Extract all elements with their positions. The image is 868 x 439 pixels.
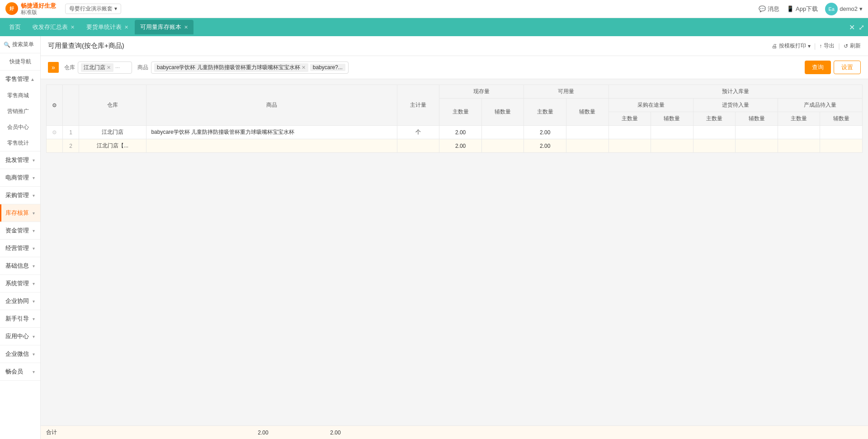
tab-close-available-inventory[interactable]: ✕ bbox=[184, 25, 188, 30]
tab-close-income-summary[interactable]: ✕ bbox=[71, 25, 75, 30]
sidebar-item-member[interactable]: 会员中心 bbox=[0, 119, 40, 135]
query-button[interactable]: 查询 bbox=[805, 61, 831, 74]
finance-expand-icon: ▾ bbox=[33, 228, 35, 233]
filter-expand-button[interactable]: » bbox=[48, 62, 59, 73]
sidebar-group-finance[interactable]: 资金管理 ▾ bbox=[0, 222, 40, 239]
sidebar-group-operation[interactable]: 经营管理 ▾ bbox=[0, 240, 40, 257]
settings-button[interactable]: 设置 bbox=[834, 61, 861, 74]
row1-available-main: 2.00 bbox=[524, 126, 566, 139]
tab-income-summary[interactable]: 收发存汇总表 ✕ bbox=[27, 20, 80, 34]
table-container: ⚙ 仓库 商品 主计量 现存量 可用量 预计入库量 主数量 辅数量 主数量 辅数… bbox=[41, 79, 868, 425]
main-layout: 🔍 搜索菜单 快捷导航 零售管理 ▲ 零售商城 营销推广 会员中心 零售统计 批… bbox=[0, 36, 868, 439]
sidebar-section-enterprise: 企业协同 ▾ bbox=[0, 293, 40, 310]
col-available-header: 可用量 bbox=[524, 85, 609, 99]
page-title: 可用量查询(按仓库+商品) bbox=[48, 42, 124, 50]
refresh-button[interactable]: ↺ 刷新 bbox=[844, 42, 861, 50]
warehouse-tag: 江北门店 ✕ bbox=[81, 63, 113, 72]
col-stock-aux: 辅数量 bbox=[481, 99, 524, 126]
row1-num: 1 bbox=[63, 126, 79, 139]
col-available-aux: 辅数量 bbox=[566, 99, 609, 126]
sidebar-group-basic[interactable]: 基础信息 ▾ bbox=[0, 257, 40, 274]
page-header: 可用量查询(按仓库+商品) 🖨 按模板打印 ▾ | ↑ 导出 | ↺ 刷新 bbox=[41, 36, 868, 56]
col-available-main: 主数量 bbox=[524, 99, 566, 126]
changhui-expand-icon: ▾ bbox=[33, 369, 35, 374]
search-icon: 🔍 bbox=[4, 42, 10, 48]
purchase-expand-icon: ▾ bbox=[33, 193, 35, 198]
product-filter-input[interactable]: babycare学饮杯 儿童防摔防撞吸管杯重力球吸嘴杯宝宝水杯 ✕ babyca… bbox=[151, 61, 349, 74]
col-purchase-transit-header: 采购在途量 bbox=[609, 99, 693, 112]
row1-gear[interactable]: ⚙ bbox=[47, 126, 63, 139]
row2-prod-aux bbox=[820, 139, 863, 153]
sidebar-group-wework[interactable]: 企业微信 ▾ bbox=[0, 345, 40, 363]
app-download-button[interactable]: 📱 App下载 bbox=[787, 5, 818, 13]
col-gear: ⚙ bbox=[47, 85, 63, 126]
table-footer: 合计 2.00 2.00 bbox=[41, 425, 868, 439]
sidebar-group-inventory[interactable]: 库存核算 ▾ bbox=[0, 204, 40, 222]
sidebar-item-retail-shop[interactable]: 零售商城 bbox=[0, 88, 40, 104]
sidebar-section-wholesale: 批发管理 ▾ bbox=[0, 151, 40, 169]
message-button[interactable]: 💬 消息 bbox=[759, 5, 779, 13]
user-menu[interactable]: Ea demo2 ▾ bbox=[825, 3, 863, 15]
tab-maximize[interactable]: ⤢ bbox=[859, 23, 864, 32]
sidebar-section-purchase: 采购管理 ▾ bbox=[0, 187, 40, 204]
tab-order-stats[interactable]: 要货单统计表 ✕ bbox=[81, 20, 134, 34]
top-bar: 好 畅捷通好生意 标准版 母婴行业演示账套 ▾ 💬 消息 📱 App下载 Ea … bbox=[0, 0, 868, 18]
appstore-expand-icon: ▾ bbox=[33, 334, 35, 339]
row2-in-aux bbox=[736, 139, 778, 153]
filter-bar: » 仓库 江北门店 ✕ ··· 商品 babycare学饮杯 儿童防摔防撞吸管杯… bbox=[41, 56, 868, 79]
logo-area: 好 畅捷通好生意 标准版 bbox=[5, 2, 56, 16]
sidebar-group-retail[interactable]: 零售管理 ▲ bbox=[0, 71, 40, 88]
footer-stock-main: 2.00 bbox=[245, 430, 281, 436]
warehouse-tag-close[interactable]: ✕ bbox=[107, 65, 111, 71]
product-tag-1-close[interactable]: ✕ bbox=[302, 65, 306, 71]
tab-bar-right: ✕ ⤢ bbox=[849, 23, 864, 32]
row2-stock-main: 2.00 bbox=[439, 139, 482, 153]
warehouse-filter-input[interactable]: 江北门店 ✕ ··· bbox=[78, 61, 132, 74]
sidebar-quick-nav[interactable]: 快捷导航 bbox=[0, 53, 40, 71]
tab-close-all[interactable]: ✕ bbox=[849, 23, 855, 32]
row2-pt-aux bbox=[651, 139, 693, 153]
export-button[interactable]: ↑ 导出 bbox=[819, 42, 835, 50]
sidebar-group-wholesale[interactable]: 批发管理 ▾ bbox=[0, 151, 40, 169]
wework-expand-icon: ▾ bbox=[33, 352, 35, 357]
row1-stock-main: 2.00 bbox=[439, 126, 482, 139]
col-product-header: 商品 bbox=[146, 85, 397, 126]
avatar: Ea bbox=[825, 3, 838, 15]
sidebar-group-appstore[interactable]: 应用中心 ▾ bbox=[0, 328, 40, 345]
content-area: 可用量查询(按仓库+商品) 🖨 按模板打印 ▾ | ↑ 导出 | ↺ 刷新 bbox=[41, 36, 868, 439]
tab-available-inventory[interactable]: 可用量库存账本 ✕ bbox=[135, 20, 193, 34]
row2-warehouse: 江北门店【... bbox=[79, 139, 146, 153]
tab-close-order-stats[interactable]: ✕ bbox=[124, 25, 128, 30]
ecommerce-expand-icon: ▾ bbox=[33, 175, 35, 180]
col-unit-header: 主计量 bbox=[397, 85, 439, 126]
col-stock-header: 现存量 bbox=[439, 85, 524, 99]
sidebar-group-enterprise[interactable]: 企业协同 ▾ bbox=[0, 293, 40, 310]
product-tag-1: babycare学饮杯 儿童防摔防撞吸管杯重力球吸嘴杯宝宝水杯 ✕ bbox=[154, 63, 308, 72]
sidebar-group-system[interactable]: 系统管理 ▾ bbox=[0, 275, 40, 292]
row1-product: babycare学饮杯 儿童防摔防撞吸管杯重力球吸嘴杯宝宝水杯 bbox=[146, 126, 397, 139]
printer-icon: 🖨 bbox=[772, 43, 777, 49]
row2-prod-main bbox=[778, 139, 820, 153]
basic-expand-icon: ▾ bbox=[33, 264, 35, 269]
sidebar-section-retail: 零售管理 ▲ 零售商城 营销推广 会员中心 零售统计 bbox=[0, 71, 40, 151]
tab-home[interactable]: 首页 bbox=[4, 20, 26, 34]
top-bar-left: 好 畅捷通好生意 标准版 母婴行业演示账套 ▾ bbox=[5, 2, 121, 16]
sidebar-item-retail-stats[interactable]: 零售统计 bbox=[0, 135, 40, 151]
newbie-expand-icon: ▾ bbox=[33, 316, 35, 321]
col-stock-main: 主数量 bbox=[439, 99, 482, 126]
row2-gear[interactable] bbox=[47, 139, 63, 153]
sidebar-group-purchase[interactable]: 采购管理 ▾ bbox=[0, 187, 40, 204]
org-selector[interactable]: 母婴行业演示账套 ▾ bbox=[65, 4, 121, 14]
chevron-down-icon: ▾ bbox=[114, 5, 117, 12]
row1-prod-main bbox=[778, 126, 820, 139]
sidebar-section-appstore: 应用中心 ▾ bbox=[0, 328, 40, 345]
sidebar-group-newbie[interactable]: 新手引导 ▾ bbox=[0, 310, 40, 327]
sidebar-group-changhui[interactable]: 畅会员 ▾ bbox=[0, 363, 40, 380]
col-in-main: 主数量 bbox=[693, 112, 736, 126]
sidebar-search[interactable]: 🔍 搜索菜单 bbox=[0, 36, 40, 53]
sidebar-group-ecommerce[interactable]: 电商管理 ▾ bbox=[0, 169, 40, 186]
template-print-button[interactable]: 🖨 按模板打印 ▾ bbox=[772, 42, 811, 50]
sidebar-section-basic: 基础信息 ▾ bbox=[0, 257, 40, 275]
sidebar: 🔍 搜索菜单 快捷导航 零售管理 ▲ 零售商城 营销推广 会员中心 零售统计 批… bbox=[0, 36, 41, 439]
sidebar-item-marketing[interactable]: 营销推广 bbox=[0, 104, 40, 119]
